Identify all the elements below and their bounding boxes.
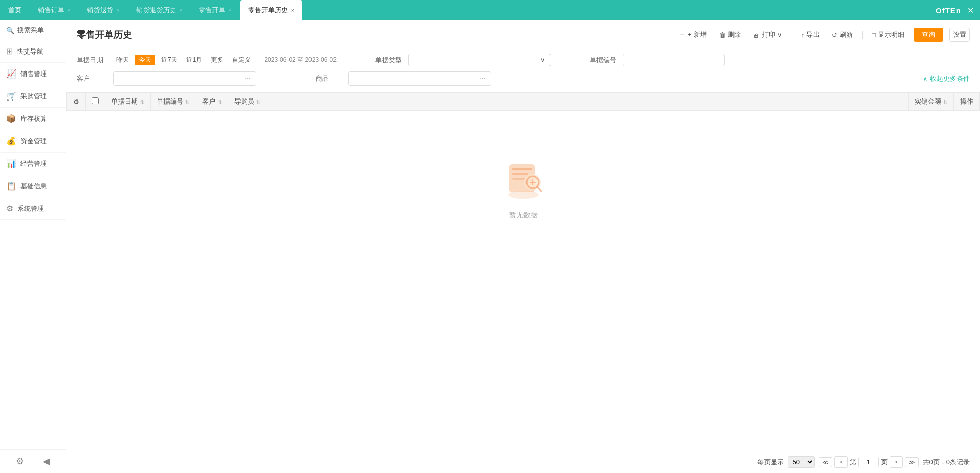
goods-input[interactable]: ··· (348, 71, 491, 86)
add-label: + 新增 (687, 30, 706, 39)
doc-no-input[interactable] (623, 54, 725, 66)
th-doc-no[interactable]: 单据编号⇅ (151, 93, 196, 111)
select-all-checkbox[interactable] (92, 97, 99, 104)
sort-customer-icon: ⇅ (218, 99, 222, 105)
tab-sales-return[interactable]: 销货退货× (79, 0, 128, 20)
doc-type-select[interactable]: ∨ (408, 54, 551, 66)
tab-label-sales-order: 销售订单 (38, 6, 64, 15)
page-input[interactable] (858, 457, 879, 467)
th-check[interactable] (86, 93, 105, 111)
tab-close-sales-return-history[interactable]: × (179, 7, 182, 13)
goods-label: 商品 (316, 74, 344, 83)
brand-label: OfTEn (936, 6, 961, 15)
settings-button[interactable]: 设置 (949, 28, 970, 42)
tab-close-retail-open[interactable]: × (228, 7, 231, 13)
sidebar-settings-icon[interactable]: ⚙ (16, 456, 24, 467)
export-icon: ↑ (801, 31, 805, 39)
toolbar-divider-1 (792, 31, 792, 39)
customer-field[interactable] (119, 75, 244, 83)
empty-state: 暂无数据 (66, 111, 980, 261)
page-title: 零售开单历史 (77, 29, 132, 41)
empty-text: 暂无数据 (509, 211, 538, 220)
goods-field[interactable] (354, 75, 479, 83)
sidebar-item-base-info[interactable]: 📋基础信息 (0, 175, 66, 197)
doc-type-label: 单据类型 (375, 56, 404, 65)
table-settings-icon[interactable]: ⚙ (73, 98, 79, 106)
content-area: 零售开单历史 ＋ + 新增 🗑 删除 🖨 打印 ∨ ↑ 导 (66, 20, 980, 473)
prev-page-button[interactable]: ＜ (834, 456, 848, 468)
first-page-button[interactable]: ≪ (819, 457, 832, 467)
th-settings[interactable]: ⚙ (67, 93, 86, 111)
export-button[interactable]: ↑ 导出 (798, 28, 823, 41)
last-page-button[interactable]: ≫ (905, 457, 919, 467)
sidebar-item-purchase-mgmt[interactable]: 🛒采购管理 (0, 85, 66, 108)
sidebar-item-sys-mgmt[interactable]: ⚙系统管理 (0, 197, 66, 220)
svg-line-7 (537, 187, 541, 191)
add-button[interactable]: ＋ + 新增 (676, 28, 709, 41)
query-button[interactable]: 查询 (914, 28, 943, 42)
doc-no-label: 单据编号 (590, 56, 618, 65)
sidebar: 🔍 搜索采单 ⊞快捷导航📈销售管理🛒采购管理📦库存核算💰资金管理📊经营管理📋基础… (0, 20, 66, 473)
sidebar-collapse-icon[interactable]: ◀ (43, 456, 50, 467)
next-page-button[interactable]: ＞ (890, 456, 903, 468)
per-page-label: 每页显示 (757, 458, 784, 467)
sidebar-icon-operations: 📊 (6, 159, 16, 168)
customer-dots[interactable]: ··· (244, 74, 251, 83)
refresh-button[interactable]: ↺ 刷新 (829, 28, 856, 41)
sidebar-icon-inventory: 📦 (6, 114, 16, 123)
sort-doc-no-icon: ⇅ (185, 99, 189, 105)
window-close-icon[interactable]: ✕ (967, 6, 974, 15)
doc-no-field[interactable] (628, 56, 719, 64)
print-icon: 🖨 (753, 31, 760, 39)
th-actual-amount[interactable]: 实销金额⇅ (909, 93, 954, 111)
sidebar-item-sales-mgmt[interactable]: 📈销售管理 (0, 63, 66, 85)
date-buttons: 昨天 今天 近7天 近1月 更多 自定义 (113, 55, 254, 65)
display-detail-button[interactable]: □ 显示明细 (869, 28, 907, 41)
sidebar-label-sys-mgmt: 系统管理 (17, 204, 44, 213)
th-guide[interactable]: 导购员⇅ (228, 93, 267, 111)
sidebar-item-quick-nav[interactable]: ⊞快捷导航 (0, 40, 66, 63)
tab-home[interactable]: 首页 (0, 0, 30, 20)
settings-label: 设置 (953, 30, 966, 39)
collapse-label: 收起更多条件 (930, 74, 970, 83)
sort-guide-icon: ⇅ (256, 99, 260, 105)
tab-label-sales-return-history: 销货退货历史 (136, 6, 176, 15)
tab-close-sales-order[interactable]: × (67, 7, 70, 13)
date-btn-custom[interactable]: 自定义 (229, 55, 254, 65)
th-customer[interactable]: 客户⇅ (196, 93, 228, 111)
sidebar-label-inventory: 库存核算 (20, 114, 47, 123)
tab-sales-order[interactable]: 销售订单× (30, 0, 79, 20)
page-suffix: 页 (881, 458, 888, 467)
sidebar-label-sales-mgmt: 销售管理 (20, 69, 47, 79)
tab-close-sales-return[interactable]: × (116, 7, 119, 13)
date-btn-last7[interactable]: 近7天 (158, 55, 180, 65)
sidebar-footer: ⚙ ◀ (0, 449, 66, 473)
pagination: 每页显示 50 10 20 100 ≪ ＜ 第 页 ＞ ≫ 共0页，0条记录 (66, 451, 980, 473)
date-btn-yesterday[interactable]: 昨天 (113, 55, 132, 65)
per-page-select[interactable]: 50 10 20 100 (788, 456, 815, 468)
print-label: 打印 (762, 30, 775, 39)
table-header-row: ⚙ 单据日期⇅ 单据编号⇅ 客户⇅ (67, 93, 980, 111)
customer-input[interactable]: ··· (113, 71, 256, 86)
tab-retail-open[interactable]: 零售开单× (190, 0, 240, 20)
date-btn-last1month[interactable]: 近1月 (183, 55, 205, 65)
refresh-label: 刷新 (840, 30, 853, 39)
date-btn-today[interactable]: 今天 (135, 55, 155, 65)
collapse-icon: ∧ (923, 75, 928, 83)
display-detail-label: 显示明细 (878, 30, 904, 39)
sidebar-label-base-info: 基础信息 (20, 182, 47, 191)
sidebar-item-operations[interactable]: 📊经营管理 (0, 153, 66, 175)
sidebar-item-inventory[interactable]: 📦库存核算 (0, 108, 66, 130)
date-btn-more[interactable]: 更多 (208, 55, 226, 65)
tab-retail-open-history[interactable]: 零售开单历史× (240, 0, 302, 20)
th-doc-date[interactable]: 单据日期⇅ (105, 93, 151, 111)
tab-close-retail-open-history[interactable]: × (291, 7, 294, 13)
sidebar-item-finance[interactable]: 💰资金管理 (0, 130, 66, 153)
goods-dots[interactable]: ··· (479, 74, 486, 83)
export-label: 导出 (806, 30, 820, 39)
sidebar-search[interactable]: 🔍 搜索采单 (0, 20, 66, 40)
tab-sales-return-history[interactable]: 销货退货历史× (128, 0, 190, 20)
collapse-button[interactable]: ∧ 收起更多条件 (923, 74, 970, 83)
print-button[interactable]: 🖨 打印 ∨ (750, 28, 785, 41)
delete-button[interactable]: 🗑 删除 (716, 28, 744, 41)
